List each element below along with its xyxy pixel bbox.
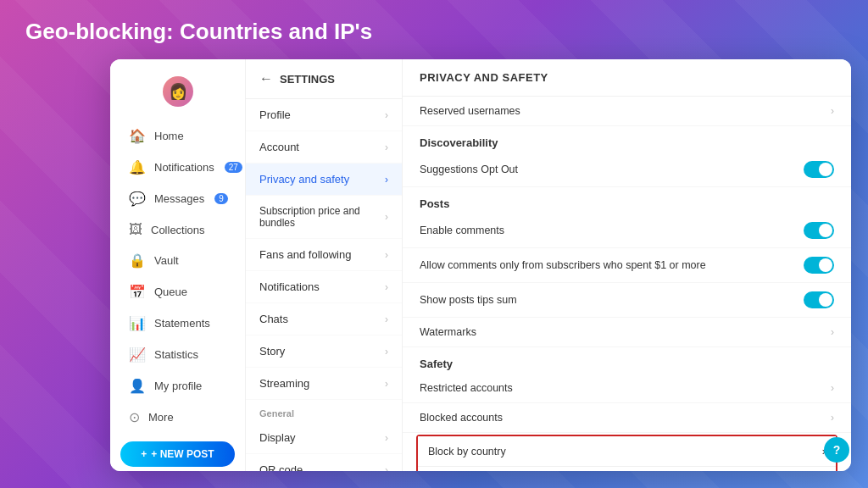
sidebar-item-statistics[interactable]: 📈 Statistics	[115, 340, 240, 369]
vault-icon: 🔒	[129, 252, 146, 269]
chevron-icon: ›	[385, 174, 388, 186]
profile-icon: 👤	[129, 378, 146, 394]
watermarks-item[interactable]: Watermarks ›	[403, 318, 851, 347]
middle-item-privacy[interactable]: Privacy and safety ›	[246, 164, 402, 196]
right-panel-header: PRIVACY AND SAFETY	[403, 59, 851, 97]
enable-comments-toggle[interactable]	[804, 222, 834, 239]
chevron-icon: ›	[385, 378, 388, 390]
sidebar-item-statements[interactable]: 📊 Statements	[115, 308, 240, 338]
middle-item-notifications[interactable]: Notifications ›	[246, 271, 402, 303]
restricted-accounts-item[interactable]: Restricted accounts ›	[403, 374, 851, 403]
block-by-country-item[interactable]: Block by country ›	[418, 436, 836, 467]
sidebar: 👩 🏠 Home 🔔 Notifications 27 💬 Messages 9…	[110, 59, 246, 471]
middle-item-story[interactable]: Story ›	[246, 336, 402, 368]
chevron-icon: ›	[385, 281, 388, 293]
sidebar-item-more[interactable]: ⊙ More	[115, 402, 240, 432]
main-container: 👩 🏠 Home 🔔 Notifications 27 💬 Messages 9…	[110, 59, 851, 471]
general-section-label: General	[246, 400, 402, 422]
middle-item-streaming[interactable]: Streaming ›	[246, 368, 402, 400]
home-icon: 🏠	[129, 128, 146, 144]
sidebar-item-myprofile[interactable]: 👤 My profile	[115, 371, 240, 401]
settings-header: ← SETTINGS	[246, 59, 402, 99]
chevron-icon: ›	[385, 141, 388, 153]
block-by-ip-item[interactable]: Block by IP address ›	[418, 467, 836, 471]
middle-item-subscription[interactable]: Subscription price and bundles ›	[246, 196, 402, 239]
sidebar-item-queue[interactable]: 📅 Queue	[115, 277, 240, 307]
plus-icon: +	[141, 448, 147, 460]
discoverability-title: Discoverability	[403, 126, 851, 152]
statistics-icon: 📈	[129, 347, 146, 363]
page-title: Geo-blocking: Countries and IP's	[25, 19, 372, 45]
sidebar-item-home[interactable]: 🏠 Home	[115, 121, 240, 151]
allow-comments-toggle[interactable]	[804, 257, 834, 274]
notifications-icon: 🔔	[129, 159, 146, 175]
chevron-icon: ›	[385, 432, 388, 444]
middle-item-chats[interactable]: Chats ›	[246, 303, 402, 336]
middle-item-fans[interactable]: Fans and following ›	[246, 239, 402, 271]
chevron-icon: ›	[385, 346, 388, 358]
collections-icon: 🖼	[129, 222, 142, 237]
chevron-icon: ›	[385, 313, 388, 325]
suggestions-opt-out-item[interactable]: Suggestions Opt Out	[403, 152, 851, 187]
show-posts-tips-item[interactable]: Show posts tips sum	[403, 283, 851, 318]
sidebar-item-messages[interactable]: 💬 Messages 9	[115, 184, 240, 214]
chevron-icon: ›	[385, 464, 388, 472]
messages-icon: 💬	[129, 191, 146, 207]
sidebar-item-notifications[interactable]: 🔔 Notifications 27	[115, 152, 240, 182]
blocked-accounts-item[interactable]: Blocked accounts ›	[403, 403, 851, 433]
middle-item-profile[interactable]: Profile ›	[246, 99, 402, 131]
suggestions-toggle[interactable]	[804, 161, 834, 178]
chevron-icon: ›	[831, 412, 834, 424]
right-panel: PRIVACY AND SAFETY Reserved usernames › …	[403, 59, 851, 471]
posts-title: Posts	[403, 187, 851, 214]
notifications-badge: 27	[225, 162, 242, 173]
enable-comments-item[interactable]: Enable comments	[403, 214, 851, 248]
back-arrow-icon[interactable]: ←	[259, 71, 273, 86]
statements-icon: 📊	[129, 315, 146, 331]
reserved-usernames-item[interactable]: Reserved usernames ›	[403, 97, 851, 126]
chevron-icon: ›	[385, 109, 388, 121]
chevron-icon: ›	[831, 382, 834, 394]
middle-item-qrcode[interactable]: QR code ›	[246, 454, 402, 471]
middle-panel: ← SETTINGS Profile › Account › Privacy a…	[246, 59, 403, 471]
chevron-icon: ›	[831, 326, 834, 338]
avatar-section: 👩	[110, 69, 245, 120]
geo-blocking-highlight: Block by country › Block by IP address ›	[416, 435, 837, 471]
sidebar-item-collections[interactable]: 🖼 Collections	[115, 215, 240, 244]
new-post-button[interactable]: + + NEW POST	[120, 441, 235, 467]
more-icon: ⊙	[129, 409, 140, 425]
posts-tips-toggle[interactable]	[804, 291, 834, 308]
messages-badge: 9	[214, 193, 228, 204]
sidebar-item-vault[interactable]: 🔒 Vault	[115, 246, 240, 275]
help-button[interactable]: ?	[824, 437, 849, 463]
safety-title: Safety	[403, 347, 851, 374]
allow-comments-item[interactable]: Allow comments only from subscribers who…	[403, 248, 851, 283]
chevron-icon: ›	[385, 249, 388, 261]
queue-icon: 📅	[129, 284, 146, 300]
avatar[interactable]: 👩	[163, 76, 193, 107]
chevron-icon: ›	[385, 211, 388, 223]
chevron-icon: ›	[831, 105, 834, 117]
middle-item-account[interactable]: Account ›	[246, 131, 402, 164]
middle-item-display[interactable]: Display ›	[246, 422, 402, 454]
